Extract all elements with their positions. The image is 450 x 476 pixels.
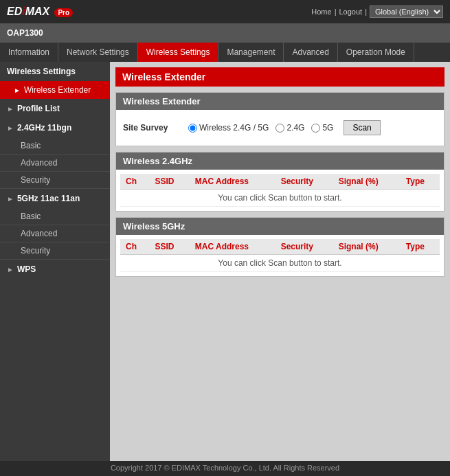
sidebar-2-4ghz-label: 2.4GHz 11bgn bbox=[17, 123, 71, 133]
sidebar-group-5ghz[interactable]: ► 5GHz 11ac 11an bbox=[0, 189, 110, 208]
col-type: Type bbox=[401, 174, 440, 190]
nav-operation-mode[interactable]: Operation Mode bbox=[338, 43, 414, 62]
radio-2-4g-label: 2.4G bbox=[286, 123, 304, 133]
radio-group: Wireless 2.4G / 5G 2.4G 5G bbox=[188, 123, 333, 133]
sidebar-5ghz-label: 5GHz 11ac 11an bbox=[17, 194, 80, 203]
sidebar-section-wireless-settings[interactable]: Wireless Settings bbox=[0, 62, 110, 81]
col-5g-ch: Ch bbox=[120, 239, 149, 255]
sidebar-5ghz-basic[interactable]: Basic bbox=[0, 208, 110, 225]
col-5g-signal: Signal (%) bbox=[333, 239, 401, 255]
sidebar-section-label: Wireless Settings bbox=[7, 67, 76, 76]
radio-2-4g[interactable]: 2.4G bbox=[275, 123, 304, 133]
main-layout: Wireless Settings ► Wireless Extender ► … bbox=[0, 62, 450, 461]
wireless-extender-header: Wireless Extender bbox=[116, 93, 444, 110]
col-5g-ssid: SSID bbox=[149, 239, 189, 255]
wireless-5ghz-section: Wireless 5GHz Ch SSID MAC Address Securi… bbox=[115, 217, 445, 277]
sidebar-profile-list-label: Profile List bbox=[17, 104, 60, 113]
sidebar-5ghz-advanced[interactable]: Advanced bbox=[0, 225, 110, 242]
page-title: Wireless Extender bbox=[115, 67, 445, 87]
table-empty-row-5g: You can click Scan button to start. bbox=[120, 255, 440, 272]
table-empty-row: You can click Scan button to start. bbox=[120, 190, 440, 207]
scan-button[interactable]: Scan bbox=[344, 120, 380, 135]
logo-pro-badge: Pro bbox=[54, 8, 73, 17]
sidebar-item-profile-list[interactable]: ► Profile List bbox=[0, 99, 110, 118]
wireless-2-4ghz-section: Wireless 2.4GHz Ch SSID MAC Address Secu… bbox=[115, 152, 445, 212]
logo-edimax: EDiMAX Pro bbox=[7, 5, 73, 18]
radio-5g[interactable]: 5G bbox=[311, 123, 333, 133]
sidebar-2-4ghz-advanced[interactable]: Advanced bbox=[0, 155, 110, 172]
wireless-extender-body: Site Survey Wireless 2.4G / 5G 2.4G 5 bbox=[116, 110, 444, 146]
wireless-5ghz-header: Wireless 5GHz bbox=[116, 218, 444, 235]
radio-both-input[interactable] bbox=[188, 124, 197, 133]
logo: EDiMAX Pro bbox=[7, 5, 73, 18]
logout-link[interactable]: Logout bbox=[339, 8, 362, 16]
site-survey-row: Site Survey Wireless 2.4G / 5G 2.4G 5 bbox=[123, 117, 437, 139]
content-area: Wireless Extender Wireless Extender Site… bbox=[110, 62, 450, 461]
empty-message-24: You can click Scan button to start. bbox=[120, 190, 440, 207]
nav-management[interactable]: Management bbox=[218, 43, 284, 62]
sidebar-5ghz-security[interactable]: Security bbox=[0, 242, 110, 260]
col-5g-security: Security bbox=[275, 239, 333, 255]
col-ch: Ch bbox=[120, 174, 149, 190]
sidebar-2-4ghz-security[interactable]: Security bbox=[0, 172, 110, 189]
wireless-5ghz-body: Ch SSID MAC Address Security Signal (%) … bbox=[116, 235, 444, 276]
footer: Copyright 2017 © EDIMAX Technology Co., … bbox=[0, 461, 450, 476]
sidebar-wireless-extender-label: Wireless Extender bbox=[24, 85, 91, 95]
wireless-2-4ghz-table: Ch SSID MAC Address Security Signal (%) … bbox=[120, 174, 440, 207]
sidebar-2-4ghz-basic[interactable]: Basic bbox=[0, 137, 110, 155]
model-label: OAP1300 bbox=[7, 28, 43, 38]
nav-network-settings[interactable]: Network Settings bbox=[58, 43, 138, 62]
col-signal: Signal (%) bbox=[333, 174, 401, 190]
model-bar: OAP1300 bbox=[0, 23, 450, 43]
top-links: Home | Logout | Global (English) bbox=[311, 5, 443, 18]
radio-both[interactable]: Wireless 2.4G / 5G bbox=[188, 123, 269, 133]
nav-advanced[interactable]: Advanced bbox=[284, 43, 337, 62]
empty-message-5g: You can click Scan button to start. bbox=[120, 255, 440, 272]
home-link[interactable]: Home bbox=[311, 8, 331, 16]
table-header-row: Ch SSID MAC Address Security Signal (%) … bbox=[120, 174, 440, 190]
radio-2-4g-input[interactable] bbox=[275, 124, 284, 133]
sidebar-item-wps[interactable]: ► WPS bbox=[0, 260, 110, 279]
top-bar: EDiMAX Pro Home | Logout | Global (Engli… bbox=[0, 0, 450, 23]
site-survey-label: Site Survey bbox=[123, 123, 178, 133]
sidebar: Wireless Settings ► Wireless Extender ► … bbox=[0, 62, 110, 461]
radio-5g-label: 5G bbox=[322, 123, 333, 133]
wireless-2-4ghz-header: Wireless 2.4GHz bbox=[116, 152, 444, 170]
language-select[interactable]: Global (English) bbox=[370, 5, 443, 18]
col-ssid: SSID bbox=[149, 174, 189, 190]
radio-both-label: Wireless 2.4G / 5G bbox=[199, 123, 269, 133]
col-security: Security bbox=[275, 174, 333, 190]
table-header-row-5g: Ch SSID MAC Address Security Signal (%) … bbox=[120, 239, 440, 255]
nav-bar: Information Network Settings Wireless Se… bbox=[0, 43, 450, 62]
nav-information[interactable]: Information bbox=[0, 43, 58, 62]
radio-5g-input[interactable] bbox=[311, 124, 320, 133]
nav-wireless-settings[interactable]: Wireless Settings bbox=[138, 43, 219, 62]
sidebar-wps-label: WPS bbox=[17, 264, 36, 274]
col-mac: MAC Address bbox=[190, 174, 275, 190]
wireless-5ghz-table: Ch SSID MAC Address Security Signal (%) … bbox=[120, 239, 440, 272]
footer-text: Copyright 2017 © EDIMAX Technology Co., … bbox=[111, 464, 339, 472]
wireless-extender-section: Wireless Extender Site Survey Wireless 2… bbox=[115, 92, 445, 146]
col-5g-mac: MAC Address bbox=[190, 239, 275, 255]
col-5g-type: Type bbox=[401, 239, 440, 255]
wireless-2-4ghz-body: Ch SSID MAC Address Security Signal (%) … bbox=[116, 170, 444, 211]
sidebar-item-wireless-extender[interactable]: ► Wireless Extender bbox=[0, 81, 110, 99]
sidebar-group-2-4ghz[interactable]: ► 2.4GHz 11bgn bbox=[0, 118, 110, 137]
